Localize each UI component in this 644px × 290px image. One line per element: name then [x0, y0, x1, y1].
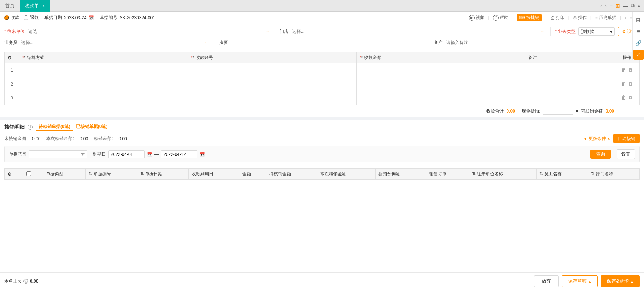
tab-home[interactable]: 首页: [0, 0, 20, 12]
radio-refund[interactable]: 退款: [24, 15, 39, 21]
layout-list-icon[interactable]: ≡: [630, 15, 632, 20]
history-action[interactable]: ≡ 历史单据: [595, 15, 616, 21]
operation-icon: ⚙: [573, 15, 577, 20]
bth-discount: 折扣分摊额: [376, 169, 426, 180]
row-3-remark[interactable]: [525, 91, 614, 105]
operation-action[interactable]: ⚙ 操作: [573, 15, 587, 21]
row-1-amount[interactable]: [356, 63, 525, 77]
nav-prev-icon[interactable]: ‹: [600, 3, 602, 9]
row-1-num: 1: [5, 63, 19, 77]
form-section: * 往来单位 ··· 门店 ··· * 业务类型 预收款 ▾ ⚙ 设置: [0, 24, 644, 52]
video-action[interactable]: ▶ 视频: [469, 15, 484, 21]
business-type-select[interactable]: 预收款 ▾: [578, 27, 615, 36]
sidebar-link-icon[interactable]: 🔗: [633, 38, 644, 48]
bottom-table-wrap[interactable]: ⚙ 单据类型 ⇅ 单据编号 ⇅ 单据日期 收款到期日 金额 待核销金额 本次核销…: [0, 168, 644, 272]
radio-receipt[interactable]: 收款: [4, 15, 19, 21]
footer-info-icon[interactable]: ⓘ: [23, 279, 28, 284]
bth-dept: ⇅ 部门名称: [588, 169, 640, 180]
date-to-input[interactable]: [161, 150, 197, 158]
table-gear-icon[interactable]: ⚙: [8, 55, 12, 60]
print-action[interactable]: 🖨 打印: [550, 15, 565, 21]
row-1-remark[interactable]: [525, 63, 614, 77]
more-conditions-btn[interactable]: ▼ 更多条件 ∧: [583, 136, 610, 142]
bth-gear[interactable]: ⚙: [5, 169, 23, 180]
row-1-settlement[interactable]: [19, 63, 188, 77]
tab-close-icon[interactable]: ×: [43, 4, 45, 8]
gear-icon: ⚙: [622, 29, 626, 34]
save-new-button[interactable]: 保存&新增 ▲: [601, 275, 640, 287]
calendar-from-icon[interactable]: 📅: [147, 152, 152, 157]
remarks-input[interactable]: [445, 39, 640, 46]
row-2-delete-btn[interactable]: 🗑: [620, 80, 627, 87]
counterpart-more-btn[interactable]: ···: [264, 29, 271, 34]
date-from-input[interactable]: [108, 150, 145, 158]
help-action[interactable]: ? 帮助: [493, 15, 508, 21]
video-icon: ▶: [469, 15, 475, 21]
footer-actions: 放弃 保存草稿 ▲ 保存&新增 ▲: [534, 275, 640, 287]
row-2-settlement[interactable]: [19, 77, 188, 91]
table-gear-th[interactable]: ⚙: [5, 52, 19, 63]
row-3-account[interactable]: [188, 91, 356, 105]
row-2-copy-btn[interactable]: ⧉: [628, 80, 633, 88]
row-2-amount[interactable]: [356, 77, 525, 91]
row-2-account[interactable]: [188, 77, 356, 91]
sidebar-doc-icon[interactable]: ≡: [633, 26, 644, 36]
filter-settings-btn[interactable]: 设置: [617, 149, 635, 159]
bottom-table: ⚙ 单据类型 ⇅ 单据编号 ⇅ 单据日期 收款到期日 金额 待核销金额 本次核销…: [4, 168, 640, 180]
window-restore-icon[interactable]: ⧉: [631, 3, 635, 9]
row-2-remark[interactable]: [525, 77, 614, 91]
divider-4: [429, 38, 429, 47]
bth-counterpart: ⇅ 往来单位名称: [469, 169, 536, 180]
doc-date-field: 单据日期 2023-03-24 📅: [44, 15, 94, 21]
save-draft-button[interactable]: 保存草稿 ▲: [562, 275, 598, 287]
summary-input[interactable]: [230, 39, 425, 46]
summary-row: 收款合计 0.00 + 现金折扣: = 可核销金额 0.00: [0, 105, 644, 117]
store-input[interactable]: [291, 28, 537, 35]
tab-receipt[interactable]: 收款单 ×: [20, 0, 50, 12]
footer-info: 本单上欠 ⓘ 0.00: [4, 278, 38, 285]
grid-view-icon[interactable]: ≡: [610, 3, 613, 9]
salesperson-input[interactable]: [20, 39, 201, 46]
tab-bar: 首页 收款单 × ‹ › ≡ ⊞ — ⧉ ×: [0, 0, 644, 12]
prev-page-icon[interactable]: ‹: [625, 15, 626, 20]
tab-done[interactable]: 已核销单据(0笔): [73, 123, 111, 131]
window-minimize-icon[interactable]: —: [623, 3, 628, 9]
range-select[interactable]: [29, 150, 87, 158]
row-1-delete-btn[interactable]: 🗑: [620, 66, 627, 74]
save-new-caret: ▲: [630, 279, 634, 283]
info-icon[interactable]: i: [28, 125, 33, 130]
tab-pending[interactable]: 待核销单据(0笔): [36, 123, 73, 131]
counterpart-input[interactable]: [27, 28, 262, 35]
receipt-table: ⚙ ** 结算方式 ** 收款账号 ** 收款金额 备注 操作 1: [4, 52, 640, 105]
row-1-copy-btn[interactable]: ⧉: [628, 66, 633, 74]
select-all-checkbox[interactable]: [26, 171, 31, 176]
th-account: ** 收款账号: [188, 52, 356, 63]
salesperson-more-btn[interactable]: ···: [204, 40, 210, 45]
more-tabs-icon[interactable]: ⊞: [616, 3, 620, 9]
window-close-icon[interactable]: ×: [637, 3, 640, 9]
bth-check[interactable]: [23, 169, 43, 180]
sidebar-expand-icon[interactable]: ⤢: [633, 50, 644, 60]
cash-discount-input[interactable]: [543, 107, 573, 115]
sidebar-table-icon[interactable]: ▦: [633, 15, 644, 25]
row-1-account[interactable]: [188, 63, 356, 77]
row-3-copy-btn[interactable]: ⧉: [628, 94, 633, 102]
calendar-icon[interactable]: 📅: [89, 15, 94, 20]
query-btn[interactable]: 查询: [590, 150, 611, 159]
row-3-settlement[interactable]: [19, 91, 188, 105]
abandon-button[interactable]: 放弃: [534, 275, 559, 287]
save-draft-caret: ▲: [588, 279, 592, 283]
help-icon: ?: [493, 15, 499, 21]
remarks-field: 备注: [434, 39, 640, 46]
row-3-delete-btn[interactable]: 🗑: [620, 94, 627, 101]
nav-next-icon[interactable]: ›: [605, 3, 607, 9]
divider-2: [550, 27, 551, 36]
shortcut-action[interactable]: ⌨ 快捷键: [517, 14, 542, 21]
auto-verify-btn[interactable]: 自动核销: [613, 134, 640, 143]
bth-employee: ⇅ 员工名称: [536, 169, 588, 180]
row-3-num: 3: [5, 91, 19, 105]
row-3-amount[interactable]: [356, 91, 525, 105]
store-more-btn[interactable]: ···: [539, 29, 546, 34]
bth-amount: 金额: [239, 169, 266, 180]
calendar-to-icon[interactable]: 📅: [200, 152, 205, 157]
